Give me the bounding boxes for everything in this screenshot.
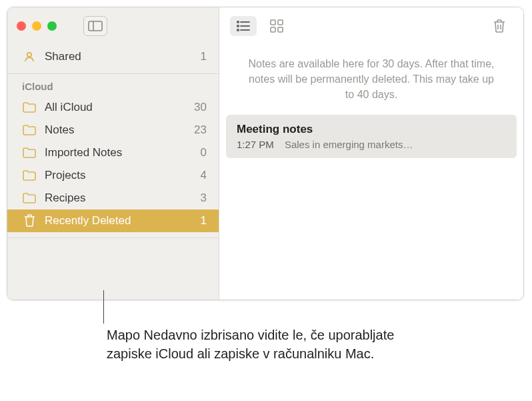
callout-text: Mapo Nedavno izbrisano vidite le, če upo… [107,326,440,363]
shared-folder-row[interactable]: Shared 1 [7,44,219,69]
sidebar-footer [7,238,219,246]
content-pane: Notes are available here for 30 days. Af… [219,7,523,300]
grid-icon [270,19,283,33]
folder-count: 30 [194,101,207,114]
folder-recipes[interactable]: Recipes 3 [7,187,219,210]
note-subline: 1:27 PM Sales in emerging markets… [237,139,506,150]
folder-icon [22,125,37,135]
folder-icon [22,102,37,113]
shared-label: Shared [45,50,81,63]
icloud-section-header[interactable]: iCloud [7,77,219,96]
sidebar: Shared 1 iCloud All iCloud 30 [7,7,219,300]
sidebar-icon [88,21,103,31]
content-toolbar [219,7,523,44]
folder-icon [22,170,37,181]
folder-all-icloud[interactable]: All iCloud 30 [7,96,219,119]
svg-rect-12 [278,27,283,32]
folder-label: All iCloud [45,101,93,114]
note-list: Meeting notes 1:27 PM Sales in emerging … [219,115,523,158]
note-time: 1:27 PM [237,139,274,150]
sidebar-toggle-button[interactable] [83,16,107,36]
svg-rect-9 [271,20,275,25]
folder-count: 4 [201,169,207,182]
folder-count: 1 [201,214,207,228]
svg-point-5 [237,25,239,26]
folder-label: Projects [45,169,85,182]
folder-label: Recently Deleted [45,214,131,228]
folder-count: 0 [201,146,207,159]
zoom-window-button[interactable] [47,21,57,31]
callout-leader-line [103,290,104,324]
folder-label: Recipes [45,191,85,205]
minimize-window-button[interactable] [32,21,41,31]
note-title: Meeting notes [237,123,506,136]
note-item[interactable]: Meeting notes 1:27 PM Sales in emerging … [226,115,517,158]
traffic-lights [17,21,57,31]
folder-label: Imported Notes [45,146,122,159]
folder-label: Notes [45,123,74,137]
divider [7,73,219,74]
folder-icon [22,147,37,158]
folder-list: Shared 1 iCloud All iCloud 30 [7,44,219,300]
shared-count: 1 [201,50,207,63]
trash-icon [22,214,37,228]
shared-icon [22,50,37,63]
note-preview: Sales in emerging markets… [285,139,506,150]
folder-projects[interactable]: Projects 4 [7,164,219,187]
list-view-button[interactable] [230,16,257,36]
window-titlebar [7,7,219,44]
folder-recently-deleted[interactable]: Recently Deleted 1 [7,210,219,232]
folder-count: 3 [201,191,207,205]
trash-icon [493,19,506,33]
svg-rect-11 [271,27,275,32]
gallery-view-button[interactable] [263,16,290,36]
svg-point-7 [237,29,239,30]
list-icon [237,21,250,31]
close-window-button[interactable] [17,21,26,31]
folder-notes[interactable]: Notes 23 [7,119,219,141]
svg-point-3 [237,21,239,22]
svg-rect-0 [89,21,102,31]
svg-point-2 [27,53,31,57]
notes-window: Shared 1 iCloud All iCloud 30 [7,7,524,300]
folder-icon [22,193,37,204]
delete-button[interactable] [486,16,513,36]
folder-count: 23 [194,123,207,137]
folder-imported-notes[interactable]: Imported Notes 0 [7,141,219,164]
svg-rect-10 [278,20,283,25]
retention-info-text: Notes are available here for 30 days. Af… [219,44,523,115]
